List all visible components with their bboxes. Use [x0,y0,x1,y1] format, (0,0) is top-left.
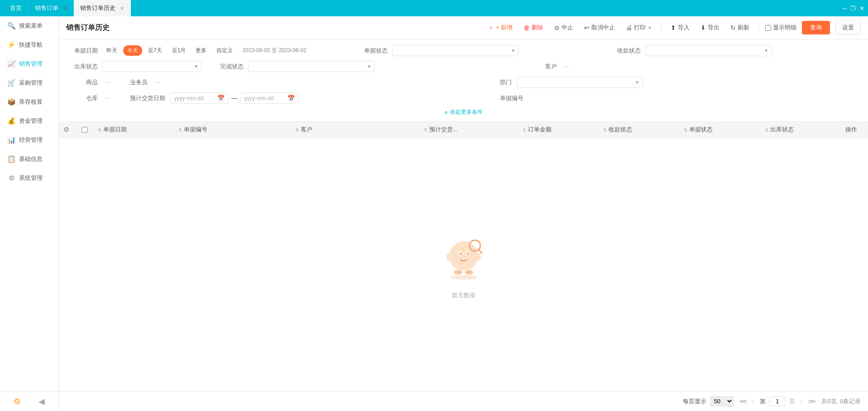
minimize-btn[interactable]: ─ [843,5,847,12]
filter-row-4: 仓库 ··· 预计交货日期 yyyy-mm-dd 📅 — yyyy-mm-dd … [66,92,861,104]
stop-button[interactable]: ⊘ 中止 [551,22,576,34]
print-button[interactable]: 🖨 打印 ▼ [623,22,655,34]
close-tab-sales-order[interactable]: ✕ [63,5,67,11]
sort-icon-pay[interactable]: ⇅ [603,127,607,132]
sidebar-item-finance[interactable]: 💰 资金管理 [0,111,58,131]
delete-button[interactable]: 🗑 删除 [521,22,546,34]
svg-line-7 [479,249,482,253]
main-layout: 🔍 搜索菜单 ⚡ 快捷导航 📈 销售管理 🛒 采购管理 📦 库存核算 💰 资金管… [0,16,868,411]
divider1 [661,24,662,31]
out-status-arrow: ▾ [195,63,198,70]
col-gear[interactable]: ⚙ [59,126,77,134]
filter-row-2: 出库状态 ▾ 完成状态 ▾ 客户 ··· [66,61,861,72]
page-prev-btn[interactable]: ‹ [751,397,756,406]
date-tab-today[interactable]: 今天 [123,45,142,56]
sidebar-item-basic-info[interactable]: 📋 基础信息 [0,150,58,169]
sidebar-item-system[interactable]: ⚙ 系统管理 [0,169,58,188]
export-button[interactable]: ⬇ 导出 [698,22,722,34]
collapse-up-icon: ∧ [444,109,448,116]
out-status-select[interactable]: ▾ [102,61,202,72]
tab-sales-order-history[interactable]: 销售订单历史 ✕ [74,0,131,16]
delivery-date-to[interactable]: yyyy-mm-dd 📅 [240,92,299,104]
sort-icon-date[interactable]: ⇅ [98,127,101,132]
goods-select-btn[interactable]: ··· [102,78,112,87]
close-tab-sales-order-history[interactable]: ✕ [120,5,124,11]
svg-point-5 [467,253,469,255]
display-detail-checkbox[interactable]: 显示明细 [765,24,796,32]
order-number-cell: 单据编号 [491,94,861,102]
svg-point-8 [446,253,452,261]
sort-icon-num[interactable]: ⇅ [178,127,182,132]
page-header: 销售订单历史 ＋ + 新增 🗑 删除 ⊘ 中止 ↩ 取消中止 [59,16,868,39]
customer-select-btn[interactable]: ··· [561,63,571,71]
sidebar-item-search[interactable]: 🔍 搜索菜单 [0,16,58,35]
payment-status-arrow: ▾ [765,47,768,54]
sidebar-item-operations[interactable]: 📊 经营管理 [0,131,58,150]
department-label: 部门 [500,78,516,87]
date-tab-7days[interactable]: 近7天 [144,45,166,56]
date-tab-custom[interactable]: 自定义 [212,45,237,56]
page-first-btn[interactable]: ⋘ [737,397,749,406]
delivery-date-from[interactable]: yyyy-mm-dd 📅 [170,92,229,104]
sort-icon-order[interactable]: ⇅ [684,127,687,132]
pagination-total: 共0页, 0条记录 [821,397,861,406]
sort-icon-delivery[interactable]: ⇅ [424,127,427,132]
salesperson-cell: 业务员 ··· [112,78,491,87]
order-status-select[interactable]: ▾ [392,45,519,56]
warehouse-select-btn[interactable]: ··· [102,94,112,102]
svg-point-9 [475,253,481,261]
close-btn[interactable]: ✕ [859,5,864,12]
new-icon: ＋ [488,24,494,32]
department-cell: 部门 ▾ [491,77,861,88]
gear-icon[interactable]: ⚙ [63,126,69,134]
page-next-btn[interactable]: › [799,397,804,406]
operations-icon: 📊 [7,136,15,144]
page-last-btn[interactable]: ⋙ [806,397,818,406]
page-nav: ⋘ ‹ 第 页 › ⋙ [737,396,818,406]
payment-status-select[interactable]: ▾ [645,45,772,56]
sidebar-item-sales[interactable]: 📈 销售管理 [0,54,58,73]
complete-status-select[interactable]: ▾ [248,61,375,72]
collapse-label: 收起更多条件 [450,108,483,116]
sort-icon-amount[interactable]: ⇅ [523,127,526,132]
sidebar-item-purchase[interactable]: 🛒 采购管理 [0,73,58,92]
pagination: 每页显示 50 10 20 100 ⋘ ‹ 第 页 › ⋙ 共0页, 0条记录 [59,391,868,411]
sidebar-toggle-icon[interactable]: ◀ [38,396,45,406]
col-check [77,127,93,133]
empty-state: 暂无数据 [436,230,491,300]
window-controls: ─ ❐ ✕ [843,5,864,12]
import-button[interactable]: ⬆ 导入 [668,22,692,34]
select-all-checkbox[interactable] [82,127,87,133]
filter-row-3: 商品 ··· 业务员 ··· 部门 ▾ [66,77,861,88]
date-tabs: 昨天 今天 近7天 近1月 更多 自定义 [102,45,237,56]
per-page-select[interactable]: 50 10 20 100 [710,396,734,406]
refresh-button[interactable]: ↻ 刷新 [728,22,752,34]
calendar-to-icon: 📅 [288,95,295,102]
display-detail-input[interactable] [765,25,771,31]
setting-button[interactable]: 设置 [835,21,861,34]
page-input[interactable] [769,396,786,406]
query-button[interactable]: 查询 [802,21,830,34]
sidebar-item-quicknav[interactable]: ⚡ 快捷导航 [0,35,58,54]
sidebar-settings-icon[interactable]: ⚙ [14,396,21,406]
salesperson-select-btn[interactable]: ··· [152,78,162,87]
inventory-icon: 📦 [7,98,15,106]
date-tab-more[interactable]: 更多 [192,45,211,56]
sort-icon-out[interactable]: ⇅ [765,127,768,132]
delete-icon: 🗑 [523,24,530,31]
department-select[interactable]: ▾ [516,77,643,88]
sidebar-item-inventory[interactable]: 📦 库存核算 [0,92,58,111]
cancel-stop-button[interactable]: ↩ 取消中止 [581,22,618,34]
customer-label: 客户 [545,63,561,71]
date-tab-1month[interactable]: 近1月 [168,45,190,56]
collapse-row[interactable]: ∧ 收起更多条件 [66,108,861,116]
finance-icon: 💰 [7,117,15,125]
sort-icon-customer[interactable]: ⇅ [295,127,299,132]
date-tab-yesterday[interactable]: 昨天 [102,45,121,56]
restore-btn[interactable]: ❐ [850,5,856,12]
goods-label: 商品 [66,78,102,87]
tab-sales-order[interactable]: 销售订单 ✕ [29,0,74,16]
svg-point-0 [450,275,477,280]
tab-home[interactable]: 首页 [4,0,29,16]
new-button[interactable]: ＋ + 新增 [485,22,515,34]
